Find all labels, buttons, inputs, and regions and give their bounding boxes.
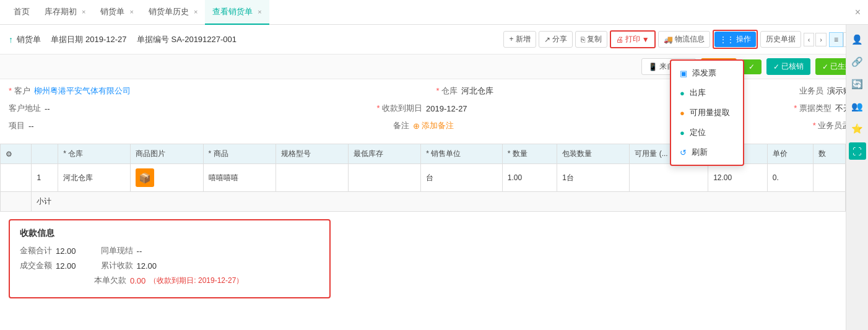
col-pack-qty: 包装数量	[557, 144, 630, 164]
sidebar-star-icon[interactable]: ⭐	[849, 120, 866, 137]
settings-icon: ⚙	[6, 150, 12, 158]
tab-home-label: 首页	[14, 6, 30, 17]
tab-view-sales-close[interactable]: ×	[258, 8, 261, 15]
payment-date-value: 2019-12-27	[426, 104, 467, 113]
print-dropdown-icon: ▼	[642, 35, 649, 44]
warehouse-label: 仓库	[436, 85, 458, 97]
customer-addr-label: 客户地址	[9, 103, 41, 114]
sidebar-contacts-icon[interactable]: 👤	[849, 31, 866, 48]
caozuo-button[interactable]: ⋮⋮ 操作	[714, 32, 756, 47]
print-button-label: 打印	[625, 34, 640, 45]
payment-date-field: 收款到期日 2019-12-27	[376, 103, 467, 114]
outbound-item[interactable]: ● 出库	[671, 83, 743, 103]
row-min-stock-cell	[348, 164, 420, 192]
refresh-label: 刷新	[692, 147, 708, 158]
locate-item[interactable]: ● 定位	[671, 123, 743, 142]
already-verified-button[interactable]: ✓ 已核销	[766, 58, 810, 75]
tab-view-sales[interactable]: 查看销货单 ×	[205, 0, 269, 25]
tab-sales-history[interactable]: 销货单历史 ×	[141, 0, 205, 25]
refresh-icon: ↺	[680, 148, 687, 157]
tab-sales[interactable]: 销货单 ×	[93, 0, 141, 25]
doc-number-section: 单据编号 SA-20191227-001	[137, 34, 237, 45]
note-field: 备注 ⊕ 添加备注	[393, 120, 454, 131]
add-invoice-label: 添发票	[692, 67, 716, 79]
same-order-label: 同单现结	[101, 245, 133, 256]
payment-row-1: 金额合计 12.00 同单现结 --	[20, 245, 319, 256]
add-note-button[interactable]: ⊕ 添加备注	[413, 120, 454, 131]
tab-inventory[interactable]: 库存期初 ×	[37, 0, 93, 25]
col-sales-unit: * 销售单位	[421, 144, 503, 164]
wuliu-button-label: 物流信息	[675, 34, 705, 45]
wuliu-button[interactable]: 🚚 物流信息	[658, 31, 710, 48]
sidebar-link-icon[interactable]: 🔗	[849, 53, 866, 71]
col-quantity: * 数量	[502, 144, 557, 164]
cumulative-payment-item: 累计收款 12.00	[101, 260, 157, 271]
doc-date-section: 单据日期 2019-12-27	[51, 34, 127, 45]
tab-sales-history-label: 销货单历史	[149, 6, 189, 17]
customer-field: 客户 柳州粤港平安气体有限公司	[9, 85, 131, 97]
row-sales-unit-cell: 台	[421, 164, 503, 192]
add-invoice-icon: ▣	[680, 69, 687, 78]
share-button[interactable]: ↗ 分享	[539, 31, 573, 48]
expand-icon: ⛶	[853, 146, 862, 157]
add-invoice-item[interactable]: ▣ 添发票	[671, 63, 743, 83]
grid-icon: ⋮⋮	[719, 35, 734, 44]
window-close-button[interactable]: ×	[855, 7, 861, 18]
caozuo-button-label: 操作	[736, 34, 751, 45]
new-button[interactable]: + 新增	[503, 31, 536, 48]
doc-date-value: 2019-12-27	[85, 35, 127, 44]
lishi-button[interactable]: 历史单据	[760, 31, 801, 48]
col-amount: 数	[813, 144, 845, 164]
bottom-info: 收款信息 金额合计 12.00 同单现结 -- 成交金额 12.00 累计收款	[0, 212, 868, 306]
available-qty-item[interactable]: ● 可用量提取	[671, 103, 743, 123]
current-receivable-label: 本单欠款	[94, 275, 126, 286]
doc-type-label: 销货单	[17, 34, 41, 45]
col-unit-price: 单价	[767, 144, 813, 164]
tab-sales-close[interactable]: ×	[129, 8, 133, 15]
tab-sales-history-close[interactable]: ×	[194, 8, 197, 15]
warehouse-value: 河北仓库	[461, 85, 493, 97]
outbound-label: 出库	[690, 87, 706, 98]
new-button-label: + 新增	[509, 34, 530, 45]
prev-arrow[interactable]: ‹	[804, 33, 815, 46]
customer-label: 客户	[9, 85, 30, 97]
toolbar: + 新增 ↗ 分享 ⎘ 复制 🖨 打印 ▼ 🚚 物流信息 ⋮⋮	[503, 30, 859, 49]
tab-inventory-close[interactable]: ×	[82, 8, 85, 15]
add-note-label: 添加备注	[422, 120, 454, 131]
link-icon: 🔗	[851, 56, 863, 67]
outbound-icon: ●	[680, 89, 685, 98]
print-icon: 🖨	[616, 35, 623, 44]
tab-bar: 首页 库存期初 × 销货单 × 销货单历史 × 查看销货单 × ×	[0, 0, 868, 25]
warehouse-field: 仓库 河北仓库	[436, 85, 494, 97]
copy-button[interactable]: ⎘ 复制	[575, 31, 607, 48]
row-amount-cell	[813, 164, 845, 192]
checkmark-button[interactable]: ✓	[742, 59, 762, 74]
sidebar-expand-icon[interactable]: ⛶	[849, 142, 866, 160]
row-product-img-cell: 📦	[131, 164, 203, 192]
ticket-type-label: 票据类型	[794, 103, 831, 114]
col-min-stock: 最低库存	[348, 144, 420, 164]
col-num	[32, 144, 58, 164]
available-qty-icon: ●	[680, 108, 685, 118]
tab-home[interactable]: 首页	[6, 0, 37, 25]
customer-value[interactable]: 柳州粤港平安气体有限公司	[34, 85, 131, 97]
verified-icon: ✓	[773, 63, 779, 71]
refresh-item[interactable]: ↺ 刷新	[671, 142, 743, 162]
locate-label: 定位	[690, 127, 706, 138]
note-label: 备注	[393, 120, 409, 131]
contacts-icon: 👤	[851, 34, 863, 45]
right-sidebar: 👤 🔗 🔄 👥 ⭐ ⛶	[846, 25, 868, 330]
col-settings[interactable]: ⚙	[1, 144, 32, 164]
doc-title-section: ↑ 销货单	[9, 34, 41, 45]
doc-date-label: 单据日期	[51, 34, 83, 45]
sidebar-user-icon[interactable]: 👥	[849, 98, 866, 115]
payment-title: 收款信息	[20, 228, 319, 239]
transaction-amount-label: 成交金额	[20, 260, 52, 271]
col-spec: 规格型号	[276, 144, 348, 164]
lishi-button-label: 历史单据	[766, 34, 796, 45]
cumulative-payment-value: 12.00	[137, 261, 157, 271]
sidebar-rotate-icon[interactable]: 🔄	[849, 76, 866, 93]
next-arrow[interactable]: ›	[815, 33, 827, 46]
list-view-button[interactable]: ≡	[829, 32, 843, 47]
print-button[interactable]: 🖨 打印 ▼	[610, 30, 656, 48]
